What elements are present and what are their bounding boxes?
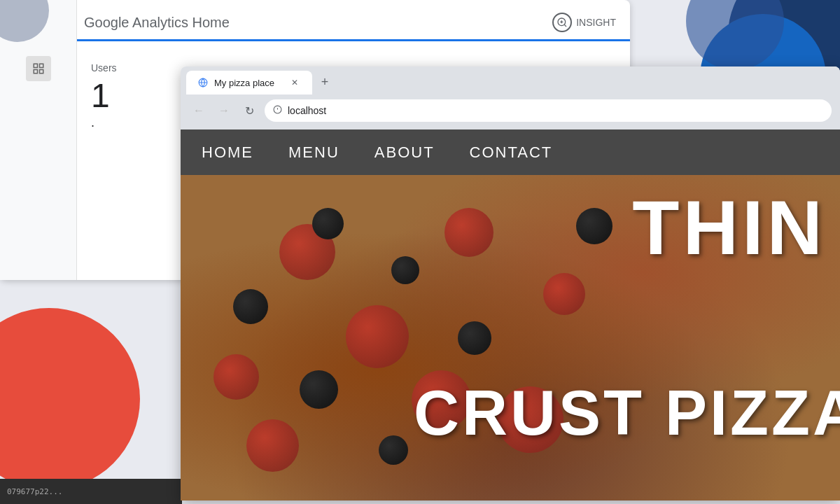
olive-6: [576, 208, 612, 244]
tab-close-button[interactable]: ✕: [288, 76, 301, 89]
nav-item-contact[interactable]: CONTACT: [470, 144, 553, 162]
ga-sidebar: [0, 0, 77, 280]
ga-insights-label: INSIGHT: [576, 17, 616, 28]
taskbar: 079677p22...: [0, 479, 182, 504]
browser-tabs: My pizza place ✕ +: [181, 66, 840, 94]
olive-7: [379, 435, 408, 465]
olive-5: [458, 321, 491, 355]
ga-insights: INSIGHT: [552, 13, 616, 32]
olive-2: [233, 289, 268, 324]
pizza-hero: THIN CRUST PIZZA: [181, 175, 840, 500]
hero-text-crust: CRUST PIZZA: [414, 382, 840, 444]
topping-6: [543, 273, 585, 315]
website-content: HOME MENU ABOUT CONTACT: [181, 130, 840, 500]
topping-3: [346, 305, 409, 368]
ga-insights-icon: [552, 13, 572, 32]
browser-toolbar: ← → ↻ localhost: [181, 94, 840, 127]
new-tab-button[interactable]: +: [315, 72, 335, 92]
svg-rect-0: [34, 64, 37, 67]
topping-2: [214, 354, 259, 400]
nav-item-menu[interactable]: MENU: [288, 144, 340, 162]
reload-button[interactable]: ↻: [239, 101, 259, 120]
tab-favicon: [197, 77, 209, 88]
nav-item-about[interactable]: ABOUT: [374, 144, 435, 162]
address-bar[interactable]: localhost: [265, 99, 832, 122]
browser-tab-active[interactable]: My pizza place ✕: [186, 71, 312, 94]
website-nav: HOME MENU ABOUT CONTACT: [181, 130, 840, 175]
topping-7: [246, 419, 299, 472]
back-button[interactable]: ←: [189, 101, 209, 120]
olive-4: [300, 370, 338, 409]
hero-text-thin: THIN: [632, 189, 826, 266]
secure-icon: [273, 105, 282, 116]
tab-title: My pizza place: [214, 78, 283, 88]
browser-chrome: My pizza place ✕ + ← → ↻: [181, 66, 840, 130]
svg-rect-1: [39, 64, 43, 67]
svg-rect-3: [39, 70, 43, 74]
nav-item-home[interactable]: HOME: [202, 144, 253, 162]
olive-1: [312, 208, 344, 239]
ga-sidebar-icon[interactable]: [26, 56, 51, 81]
browser-window: My pizza place ✕ + ← → ↻: [181, 66, 840, 500]
ga-header: Google Analytics Home INSIGHT: [0, 0, 630, 41]
bg-circle-red: [0, 308, 140, 490]
forward-button[interactable]: →: [214, 101, 234, 120]
ga-title: Google Analytics Home: [84, 15, 230, 31]
taskbar-text: 079677p22...: [7, 487, 62, 496]
topping-4: [444, 208, 493, 257]
svg-rect-2: [34, 70, 37, 74]
address-text: localhost: [288, 105, 326, 116]
